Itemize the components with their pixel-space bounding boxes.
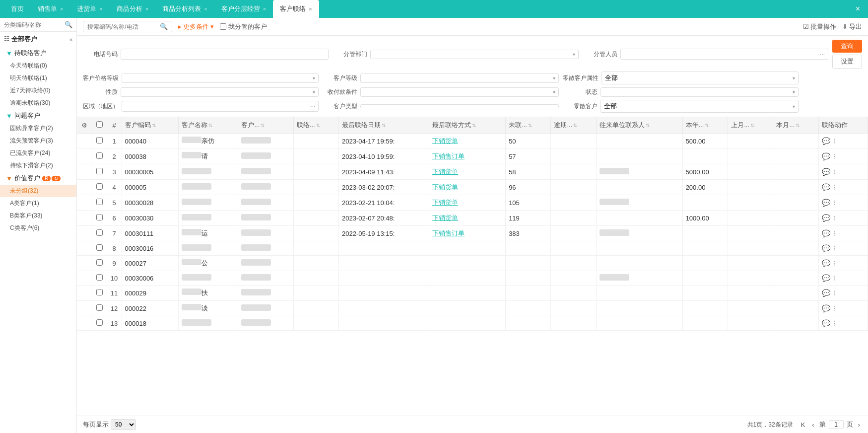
page-number-input[interactable] [829, 420, 844, 429]
sidebar-item-today[interactable]: 今天待联络(0) [0, 60, 76, 72]
prev-page-btn[interactable]: ‹ [810, 421, 816, 429]
chat-icon[interactable]: 💬 [822, 152, 830, 160]
chat-icon[interactable]: 💬 [822, 214, 830, 222]
td-last-method[interactable] [429, 241, 506, 256]
th-overdue[interactable]: 逾期...⇅ [551, 117, 596, 134]
th-not-contacted[interactable]: 未联...⇅ [506, 117, 551, 134]
td-checkbox[interactable] [92, 226, 107, 241]
region-select[interactable]: ··· [122, 101, 319, 112]
row-checkbox[interactable] [96, 152, 103, 159]
td-last-method[interactable]: 下销货单 [429, 180, 506, 195]
tab-customer-segmentation[interactable]: 客户分层经营 × [214, 0, 273, 18]
close-customer-contact[interactable]: × [309, 6, 312, 12]
td-last-method[interactable] [429, 301, 506, 316]
td-last-method[interactable] [429, 271, 506, 286]
sidebar-item-abnormal[interactable]: 固购异常客户(2) [0, 122, 76, 135]
grid-action-icon[interactable]: ⁝ [833, 274, 835, 282]
row-checkbox[interactable] [96, 199, 103, 205]
chat-icon[interactable]: 💬 [822, 168, 830, 176]
sidebar-item-tomorrow[interactable]: 明天待联络(1) [0, 72, 76, 84]
retail-customer-select[interactable]: 全部 ▾ [601, 100, 799, 113]
td-last-method[interactable] [429, 256, 506, 271]
row-checkbox[interactable] [96, 137, 103, 144]
select-all-checkbox[interactable] [96, 121, 103, 128]
td-checkbox[interactable] [92, 316, 107, 331]
row-checkbox[interactable] [96, 183, 103, 190]
problem-customers-group[interactable]: ▼ 问题客户 [0, 109, 76, 122]
sidebar-item-overdue[interactable]: 逾期未联络(30) [0, 97, 76, 109]
td-checkbox[interactable] [92, 256, 107, 271]
grid-action-icon[interactable]: ⁝ [833, 152, 835, 160]
export-btn[interactable]: ⇓ 导出 [842, 22, 862, 31]
person-select[interactable]: ··· [620, 49, 828, 60]
td-last-method[interactable]: 下销货单 [429, 134, 506, 149]
reset-button[interactable]: 设置 [832, 55, 862, 69]
sidebar-search-input[interactable] [4, 21, 63, 28]
grid-action-icon[interactable]: ⁝ [833, 244, 835, 252]
td-checkbox[interactable] [92, 180, 107, 195]
grid-action-icon[interactable]: ⁝ [833, 214, 835, 222]
th-checkbox[interactable] [92, 117, 107, 134]
th-last-method[interactable]: 最后联络方式⇅ [429, 117, 506, 134]
payment-select[interactable]: ▾ [360, 87, 558, 97]
grid-action-icon[interactable]: ⁝ [833, 304, 835, 312]
sidebar-search-icon[interactable]: 🔍 [65, 21, 72, 28]
td-checkbox[interactable] [92, 164, 107, 180]
next-page-btn[interactable]: › [856, 421, 862, 429]
chat-icon[interactable]: 💬 [822, 199, 830, 207]
close-purchase-order[interactable]: × [99, 6, 102, 12]
row-checkbox[interactable] [96, 319, 103, 326]
chat-icon[interactable]: 💬 [822, 259, 830, 267]
person-more-icon[interactable]: ··· [820, 51, 825, 58]
first-page-btn[interactable]: K [799, 421, 807, 429]
td-checkbox[interactable] [92, 241, 107, 256]
method-link[interactable]: 下销货单 [432, 168, 458, 175]
window-close-button[interactable]: × [852, 4, 864, 13]
row-checkbox[interactable] [96, 244, 103, 251]
th-last-date[interactable]: 最后联络日期⇅ [339, 117, 429, 134]
th-settings[interactable]: ⚙ [77, 117, 92, 134]
td-last-method[interactable]: 下销货单 [429, 164, 506, 180]
th-this-month[interactable]: 本月...⇅ [773, 117, 818, 134]
main-search-input[interactable] [87, 23, 158, 30]
th-customer-col1[interactable]: 客户...⇅ [238, 117, 293, 134]
close-product-analysis-list[interactable]: × [204, 6, 207, 12]
close-sales-order[interactable]: × [60, 6, 63, 12]
method-link[interactable]: 下销售订单 [432, 229, 465, 237]
close-customer-segmentation[interactable]: × [263, 6, 266, 12]
all-customers-header[interactable]: ☷ 全部客户 « [0, 32, 76, 47]
method-link[interactable]: 下销货单 [432, 183, 458, 191]
row-checkbox[interactable] [96, 289, 103, 295]
th-customer-col2[interactable]: 联络...⇅ [293, 117, 338, 134]
grid-action-icon[interactable]: ⁝ [833, 319, 835, 327]
td-last-method[interactable]: 下销售订单 [429, 226, 506, 241]
grid-action-icon[interactable]: ⁝ [833, 137, 835, 145]
chat-icon[interactable]: 💬 [822, 229, 830, 237]
method-link[interactable]: 下销售订单 [432, 152, 465, 160]
chat-icon[interactable]: 💬 [822, 319, 830, 327]
row-checkbox[interactable] [96, 304, 103, 311]
page-size-select[interactable]: 50 100 200 [111, 419, 136, 430]
th-last-month[interactable]: 上月...⇅ [728, 117, 773, 134]
batch-ops-btn[interactable]: ☑ 批量操作 [803, 22, 836, 31]
chat-icon[interactable]: 💬 [822, 183, 830, 191]
row-checkbox[interactable] [96, 229, 103, 236]
chat-icon[interactable]: 💬 [822, 274, 830, 282]
main-search-icon[interactable]: 🔍 [160, 23, 168, 30]
td-last-method[interactable]: 下销货单 [429, 195, 506, 211]
sidebar-item-churn-warning[interactable]: 流失预警客户(3) [0, 135, 76, 147]
home-tab[interactable]: 首页 [4, 0, 31, 18]
method-link[interactable]: 下销货单 [432, 214, 458, 221]
td-last-method[interactable] [429, 286, 506, 301]
grid-action-icon[interactable]: ⁝ [833, 199, 835, 207]
chat-icon[interactable]: 💬 [822, 304, 830, 312]
grid-action-icon[interactable]: ⁝ [833, 229, 835, 237]
refresh-badge[interactable]: ↻ [52, 176, 61, 181]
td-checkbox[interactable] [92, 195, 107, 211]
row-checkbox[interactable] [96, 259, 103, 266]
grid-action-icon[interactable]: ⁝ [833, 183, 835, 191]
value-customers-group[interactable]: ▼ 价值客户 R ↻ [0, 172, 76, 185]
tab-purchase-order[interactable]: 进货单 × [70, 0, 109, 18]
td-checkbox[interactable] [92, 271, 107, 286]
retail-attr-select[interactable]: 全部 ▾ [601, 72, 799, 84]
